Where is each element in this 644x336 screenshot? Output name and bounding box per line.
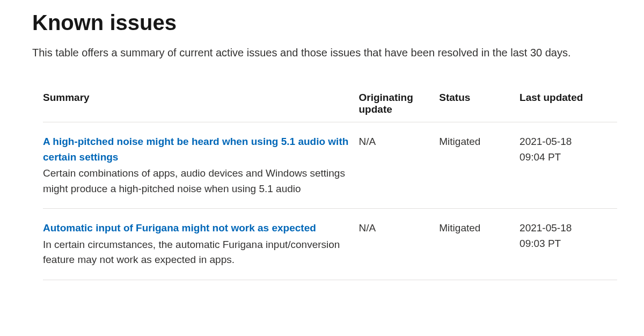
issue-last-updated: 2021-05-18 09:04 PT [519, 122, 617, 209]
issue-last-updated-date: 2021-05-18 [519, 134, 609, 150]
issue-title-link[interactable]: A high-pitched noise might be heard when… [43, 136, 348, 163]
issue-originating-update: N/A [359, 122, 440, 209]
known-issues-page: Known issues This table offers a summary… [0, 0, 644, 296]
issue-last-updated: 2021-05-18 09:03 PT [519, 209, 617, 280]
col-header-last-updated: Last updated [519, 85, 617, 122]
issue-description: In certain circumstances, the automatic … [43, 237, 350, 268]
col-header-summary: Summary [43, 85, 359, 122]
table-row: A high-pitched noise might be heard when… [43, 122, 617, 209]
issue-status: Mitigated [439, 209, 519, 280]
page-title: Known issues [32, 11, 612, 35]
col-header-originating-update: Originating update [359, 85, 440, 122]
issue-description: Certain combinations of apps, audio devi… [43, 166, 350, 196]
issue-last-updated-time: 09:04 PT [519, 150, 609, 165]
issues-table: Summary Originating update Status Last u… [43, 85, 617, 280]
issue-originating-update: N/A [359, 209, 440, 280]
table-header-row: Summary Originating update Status Last u… [43, 85, 617, 122]
issue-status: Mitigated [439, 122, 519, 209]
issue-last-updated-time: 09:03 PT [519, 236, 609, 252]
page-intro: This table offers a summary of current a… [32, 45, 601, 61]
table-row: Automatic input of Furigana might not wo… [43, 209, 617, 280]
issue-title-link[interactable]: Automatic input of Furigana might not wo… [43, 222, 316, 233]
issue-last-updated-date: 2021-05-18 [519, 221, 609, 236]
col-header-status: Status [439, 85, 519, 122]
